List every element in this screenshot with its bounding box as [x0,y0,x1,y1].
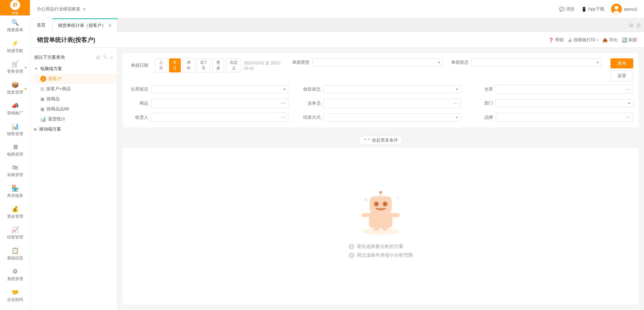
brand-select[interactable]: ··· [496,113,633,122]
sidebar-item-quick-nav[interactable]: ⚡ 快捷导航 [0,36,30,57]
tree-group-mobile[interactable]: ▶ 移动端方案 [30,124,117,134]
help-btn[interactable]: ❓ 帮助 [548,37,564,43]
payment-status-select[interactable]: ▾ [323,85,461,93]
dropdown-chevron-icon[interactable]: ▾ [83,7,86,12]
svg-point-18 [364,198,367,201]
empty-state: 1 请先选择要分析的方案 2 用过滤条件来缩小分析范围 [123,148,639,305]
purchase-icon: 🛍 [12,164,18,171]
product-select[interactable]: ··· [151,99,288,108]
sidebar-item-enterprise[interactable]: 🤝 企业协同 [0,285,30,306]
page-actions: ❓ 帮助 🖨 按模板打印 ▾ 📤 导出 🔄 刷新 [548,37,637,43]
print-btn[interactable]: 🖨 按模板打印 ▾ [568,37,598,43]
tab-minimize-icon[interactable]: ⊟ [629,22,633,28]
page-header: 销货单统计表(按客户) ❓ 帮助 🖨 按模板打印 ▾ 📤 导出 [30,32,644,48]
btn-custom[interactable]: 自定义 [226,58,241,72]
sidebar-item-finance[interactable]: 💰 资金管理 [0,202,30,223]
export-btn[interactable]: 📤 导出 [602,37,618,43]
settings-button[interactable]: 设置 [610,70,633,81]
svg-point-20 [362,209,363,210]
sidebar-item-operations[interactable]: 📈 经营管理 [0,223,30,244]
sidebar-item-marketing[interactable]: 📣 营销推广 [0,99,30,119]
btn-last-7-days[interactable]: 近7天 [197,58,210,72]
tab-bar: 首页 销货单统计表（按客户） ✕ ⊟ ⊡ [30,18,644,32]
refresh-icon: 🔄 [622,38,627,43]
tree-item-return-stats[interactable]: 📊 退货统计 [34,114,117,124]
sidebar-item-inventory[interactable]: 🏪 库存核算 [0,181,30,202]
sidebar-item-sales[interactable]: 📊 销售管理 [0,119,30,140]
tree-item-by-customer[interactable]: 人 按客户 [34,74,117,84]
btn-this-month[interactable]: 本月 [169,58,181,72]
query-button[interactable]: 查询 [610,58,633,68]
collapse-panel-icon[interactable]: « [110,54,113,61]
search-icon: 🔍 [11,19,19,26]
sidebar-item-wholesale[interactable]: 📦 批发管理 ▲ [0,78,30,99]
ecommerce-icon: 🖥 [12,144,18,151]
filter-row-1: 单据日期 上月 本月 本年 近7天 更多 自定义 [128,58,633,81]
tree-item-by-product-99[interactable]: ▣ 按商品品99 [34,104,117,114]
department-label: 部门 [473,100,493,106]
sidebar-item-retail[interactable]: 🛒 零售管理 ▼ [0,57,30,78]
tab-home[interactable]: 首页 [30,18,53,32]
enterprise-icon: 🤝 [11,289,19,296]
svg-point-19 [396,197,398,199]
svg-rect-8 [392,213,400,217]
order-type-select[interactable]: ▾ [312,58,443,66]
tree-item-by-customer-product[interactable]: ⊞ 按客户+商品 [34,84,117,94]
order-type-chevron-icon: ▾ [438,60,440,65]
svg-point-1 [614,6,619,10]
collapse-up-icon: ⌃⌃ [363,138,371,143]
edit-scheme-icon[interactable]: ✎ [103,54,108,61]
salesperson-label: 业务员 [301,100,321,106]
svg-point-16 [379,191,382,194]
department-select[interactable]: ▾ [496,99,633,107]
add-scheme-icon[interactable]: ⊕ [96,54,101,61]
sidebar-item-search-menu[interactable]: 🔍 搜索菜单 [0,15,30,36]
warehouse-label: 仓库 [473,86,493,92]
user-profile[interactable]: demo2 [611,4,637,14]
tree-collapsed-icon: ▶ [34,127,37,132]
app-download-btn[interactable]: 📱 App下载 [581,6,604,12]
tree-item-by-product[interactable]: ▣ 按商品 [34,94,117,104]
settlement-select[interactable]: ▾ [323,113,461,121]
settlement-group: 结算方式 ▾ [301,113,461,121]
tab-maximize-icon[interactable]: ⊡ [637,22,641,28]
refresh-btn[interactable]: 🔄 刷新 [622,37,637,43]
page-title-row: 销货单统计表(按客户) ❓ 帮助 🖨 按模板打印 ▾ 📤 导出 [37,36,637,44]
ship-status-group: 出库状态 ▾ [128,85,288,93]
export-icon: 📤 [602,38,608,43]
filter-row-2: 出库状态 ▾ 收款状态 ▾ [128,85,633,94]
wholesale-icon: 📦 [11,81,19,89]
sidebar-item-basic-info[interactable]: 📋 基础信息 [0,244,30,264]
tree-group-desktop[interactable]: ▼ 电脑端方案 [30,64,117,74]
tab-close-icon[interactable]: ✕ [108,23,112,28]
tree-children-desktop: 人 按客户 ⊞ 按客户+商品 ▣ 按商品 ▣ 按商品品99 [30,74,117,124]
btn-last-month[interactable]: 上月 [155,58,167,72]
message-btn[interactable]: 💬 消息 [559,6,575,12]
tab-sales-stats[interactable]: 销货单统计表（按客户） ✕ [53,18,118,32]
right-panel: 单据日期 上月 本月 本年 近7天 更多 自定义 [117,48,644,310]
warehouse-select[interactable]: ··· [496,85,633,94]
sidebar-item-ecommerce[interactable]: 🖥 电商管理 [0,140,30,161]
query-actions: 查询 设置 [610,58,633,81]
btn-this-year[interactable]: 本年 [183,58,195,72]
collapse-bar: ⌃⌃ 收起更多条件 [123,133,639,148]
retail-icon: 🛒 [11,60,19,68]
ship-status-select[interactable]: ▾ [151,85,288,93]
bar-chart-icon: 📊 [40,116,46,122]
collapse-btn[interactable]: ⌃⌃ 收起更多条件 [359,136,402,145]
salesperson-select[interactable]: ··· [323,99,461,108]
sidebar-item-system[interactable]: ⚙ 系统管理 [0,264,30,285]
order-status-select[interactable]: ▾ [471,58,602,66]
date-range: 2023-03-01 至 2023-03-31 [244,60,284,71]
sidebar-item-purchase[interactable]: 🛍 采购管理 [0,161,30,181]
help-icon: ❓ [548,38,554,43]
svg-rect-10 [370,196,392,213]
logo[interactable]: 好 标版 [0,0,30,15]
filter-row-3: 商品 ··· 业务员 ··· [128,99,633,108]
sidebar-item-new-guide[interactable]: 🎓 新手引导 [0,306,30,310]
sales-icon: 📊 [11,123,19,130]
btn-more[interactable]: 更多 [212,58,224,72]
payment-status-label: 收款状态 [301,86,321,92]
receiver-select[interactable]: ··· [151,113,288,122]
payment-status-group: 收款状态 ▾ [301,85,461,93]
